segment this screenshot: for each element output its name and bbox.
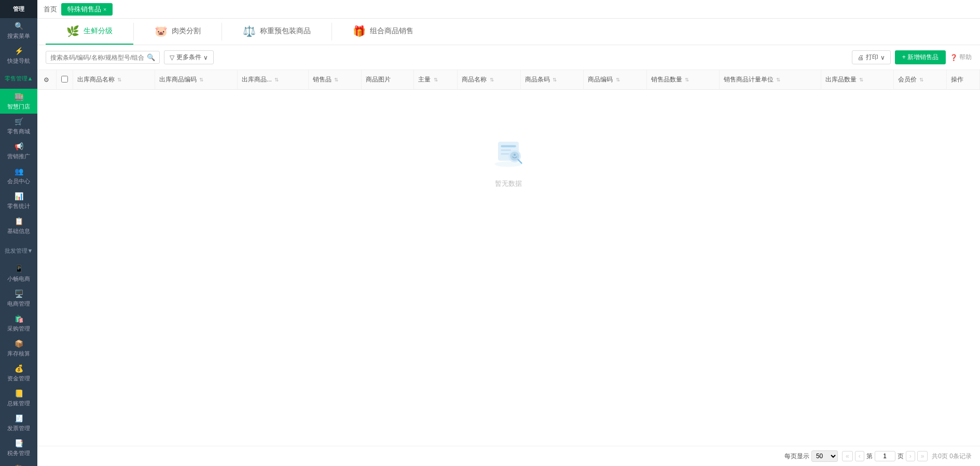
svg-point-8 [514, 154, 516, 156]
active-tab-label: 特殊销售品 [67, 5, 101, 14]
empty-state-row: 暂无数据 [37, 90, 980, 230]
sidebar-item-smart-store[interactable]: 🏬 智慧门店 [0, 89, 37, 114]
sidebar-item-tax-mgmt-label: 税务管理 [7, 449, 30, 457]
cat-tab-meat-cut[interactable]: 🐷 肉类分割 [134, 19, 222, 45]
breadcrumb-home[interactable]: 首页 [44, 5, 57, 14]
svg-rect-3 [501, 149, 512, 151]
active-tab[interactable]: 特殊销售品 × [61, 3, 113, 16]
topbar: 首页 特殊销售品 × [37, 0, 980, 19]
search-box[interactable]: 🔍 [46, 51, 160, 64]
smart-store-icon: 🏬 [15, 92, 23, 102]
sort-sale-qty[interactable]: ⇅ [685, 77, 689, 83]
th-out-goods-code[interactable]: 出库商品编码 ⇅ [155, 70, 238, 90]
wholesale-mgmt-label: 批发管理 [5, 247, 27, 255]
th-goods-img[interactable]: 商品图片 [362, 70, 414, 90]
sidebar-item-basic-info-label: 基础信息 [7, 227, 30, 235]
select-all-checkbox[interactable] [61, 76, 68, 83]
print-icon: 🖨 [858, 54, 864, 61]
first-page-button[interactable]: « [842, 451, 853, 461]
fixed-assets-icon: 🏗️ [15, 463, 23, 466]
tab-close-button[interactable]: × [103, 6, 106, 12]
table-container[interactable]: ⚙ 出库商品名称 ⇅ 出库商品编码 ⇅ 出库商品... ⇅ [37, 70, 980, 446]
sidebar-item-mini-ecom-label: 小畅电商 [7, 275, 30, 283]
sidebar-item-smart-store-label: 智慧门店 [7, 103, 30, 111]
prev-page-button[interactable]: ‹ [855, 451, 864, 461]
general-ledger-icon: 📒 [15, 389, 23, 399]
finance-icon: 💰 [15, 364, 23, 374]
sort-out-goods-spec[interactable]: ⇅ [274, 77, 279, 83]
sidebar-item-inventory[interactable]: 📦 库存核算 [0, 336, 37, 361]
tax-mgmt-icon: 📑 [15, 438, 23, 449]
next-page-button[interactable]: › [906, 451, 915, 461]
sidebar-item-retail-mgmt[interactable]: 零售管理 ▲ [0, 68, 37, 89]
search-icon[interactable]: 🔍 [147, 53, 155, 61]
last-page-button[interactable]: » [917, 451, 928, 461]
sort-out-goods-code[interactable]: ⇅ [199, 77, 203, 83]
sort-goods-name[interactable]: ⇅ [490, 77, 494, 83]
sidebar-item-search-menu[interactable]: 🔍 搜索菜单 [0, 18, 37, 43]
page-size-select[interactable]: 每页显示 10 20 50 100 [784, 450, 838, 462]
sidebar-item-invoice[interactable]: 🧾 发票管理 [0, 410, 37, 435]
sort-sale-unit[interactable]: ⇅ [776, 77, 780, 83]
sidebar-item-wholesale-mgmt[interactable]: 批发管理 ▼ [0, 240, 37, 261]
th-goods-name[interactable]: 商品名称 ⇅ [458, 70, 520, 90]
th-sale-qty[interactable]: 销售品数量 ⇅ [646, 70, 719, 90]
sidebar: 管理 🔍 搜索菜单 ⚡ 快捷导航 零售管理 ▲ 🏬 智慧门店 🛒 零售商城 📢 … [0, 0, 37, 466]
sidebar-item-member-center[interactable]: 👥 会员中心 [0, 163, 37, 188]
per-page-dropdown[interactable]: 10 20 50 100 [811, 450, 838, 462]
sort-out-qty[interactable]: ⇅ [859, 77, 863, 83]
search-input[interactable] [50, 54, 145, 61]
th-out-goods-spec[interactable]: 出库商品... ⇅ [237, 70, 308, 90]
sort-member-price[interactable]: ⇅ [919, 77, 923, 83]
sort-sale-goods[interactable]: ⇅ [334, 77, 338, 83]
sidebar-item-quick-nav[interactable]: ⚡ 快捷导航 [0, 43, 37, 68]
sort-goods-barcode[interactable]: ⇅ [553, 77, 557, 83]
cat-tab-combo-sales-label: 组合商品销售 [370, 26, 413, 36]
sidebar-item-purchase-mgmt[interactable]: 🛍️ 采购管理 [0, 311, 37, 336]
th-checkbox[interactable] [56, 70, 73, 90]
sidebar-item-retail-mall[interactable]: 🛒 零售商城 [0, 114, 37, 139]
retail-mgmt-arrow: ▲ [27, 75, 33, 81]
weight-prepack-icon: ⚖️ [243, 25, 256, 37]
print-label: 打印 [866, 53, 878, 62]
meat-cut-icon: 🐷 [155, 25, 168, 37]
sidebar-item-mini-ecom[interactable]: 📱 小畅电商 [0, 261, 37, 286]
th-goods-barcode[interactable]: 商品条码 ⇅ [520, 70, 583, 90]
sidebar-item-retail-stats[interactable]: 📊 零售统计 [0, 188, 37, 213]
sort-out-goods-name[interactable]: ⇅ [117, 77, 121, 83]
sidebar-item-fixed-assets[interactable]: 🏗️ 固定资产 [0, 460, 37, 466]
th-settings[interactable]: ⚙ [37, 70, 56, 90]
cat-tab-combo-sales[interactable]: 🎁 组合商品销售 [332, 19, 434, 45]
sidebar-item-basic-info[interactable]: 📋 基础信息 [0, 213, 37, 238]
add-sale-item-button[interactable]: + 新增销售品 [895, 50, 946, 64]
th-member-price[interactable]: 会员价 ⇅ [893, 70, 947, 90]
sidebar-item-search-menu-label: 搜索菜单 [7, 32, 30, 40]
th-out-goods-name[interactable]: 出库商品名称 ⇅ [73, 70, 155, 90]
sidebar-item-tax-mgmt[interactable]: 📑 税务管理 [0, 435, 37, 460]
cat-tab-fresh-grade[interactable]: 🌿 生鲜分级 [46, 19, 133, 45]
page-number-input[interactable] [875, 451, 895, 461]
page-nav: « ‹ 第 页 › » [842, 451, 928, 461]
th-sale-unit[interactable]: 销售商品计量单位 ⇅ [719, 70, 821, 90]
th-weight[interactable]: 主量 ⇅ [414, 70, 458, 90]
sidebar-item-ecom-mgmt[interactable]: 🖥️ 电商管理 [0, 286, 37, 311]
inventory-icon: 📦 [15, 339, 23, 349]
help-button[interactable]: ❓ 帮助 [950, 53, 972, 62]
sidebar-item-marketing[interactable]: 📢 营销推广 [0, 139, 37, 163]
per-page-label: 每页显示 [784, 452, 809, 461]
print-button[interactable]: 🖨 打印 ∨ [852, 50, 891, 64]
sidebar-item-finance[interactable]: 💰 资金管理 [0, 361, 37, 386]
th-out-qty[interactable]: 出库品数量 ⇅ [821, 70, 893, 90]
basic-info-icon: 📋 [15, 216, 23, 227]
th-sale-goods[interactable]: 销售品 ⇅ [308, 70, 362, 90]
help-icon: ❓ [950, 54, 958, 61]
toolbar-right: 🖨 打印 ∨ + 新增销售品 ❓ 帮助 [852, 50, 972, 64]
toolbar: 🔍 ▽ 更多条件 ∨ 🖨 打印 ∨ + 新增销售品 ❓ 帮助 [37, 45, 980, 70]
sort-weight[interactable]: ⇅ [434, 77, 438, 83]
svg-point-0 [495, 161, 522, 167]
sort-goods-code[interactable]: ⇅ [616, 77, 620, 83]
th-goods-code[interactable]: 商品编码 ⇅ [584, 70, 646, 90]
cat-tab-weight-prepack[interactable]: ⚖️ 称重预包装商品 [222, 19, 332, 45]
filter-button[interactable]: ▽ 更多条件 ∨ [164, 50, 214, 64]
sidebar-item-general-ledger[interactable]: 📒 总账管理 [0, 386, 37, 410]
